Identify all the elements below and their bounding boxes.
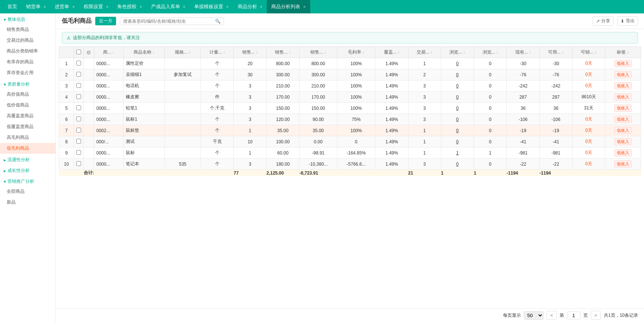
cell-name[interactable]: 电话机 [124, 80, 165, 92]
nav-sales-order[interactable]: 销货单 × [22, 0, 50, 13]
cell-check[interactable] [74, 136, 84, 147]
sidebar-item-stocked-products[interactable]: 有库存的商品 [0, 57, 55, 67]
sidebar-item-all-products[interactable]: 全部商品 [0, 186, 55, 197]
close-icon[interactable]: × [72, 0, 74, 13]
close-icon[interactable]: × [183, 0, 185, 13]
next-page-button[interactable]: ＞ [591, 311, 601, 320]
nav-product-analysis[interactable]: 商品分析 × [233, 0, 267, 13]
cell-name[interactable]: 鼠标 [124, 147, 165, 159]
col-sales-price[interactable]: 销售... ↕ [266, 47, 299, 58]
cell-name[interactable]: 铅笔1 [124, 103, 165, 114]
row-checkbox[interactable] [76, 139, 81, 144]
col-browse2[interactable]: 浏览... ↕ [474, 47, 507, 58]
cell-browse1[interactable]: 1 [441, 147, 474, 159]
col-transaction[interactable]: 交易... ↕ [408, 47, 441, 58]
cell-check[interactable] [74, 103, 84, 114]
col-saleable[interactable]: 可销... ↕ [572, 47, 605, 58]
sidebar-group-overall[interactable]: ▾ 整体信息 [0, 13, 55, 24]
cell-check[interactable] [74, 114, 84, 125]
nav-template-settings[interactable]: 单据模板设置 × [190, 0, 233, 13]
sidebar-group-circulation[interactable]: ▸ 流通性分析 [0, 154, 55, 165]
col-unit[interactable]: 计量... ↕ [201, 47, 234, 58]
row-checkbox[interactable] [76, 83, 81, 88]
sidebar-item-low-coverage[interactable]: 低覆盖度商品 [0, 121, 55, 132]
row-checkbox[interactable] [76, 128, 81, 133]
share-button[interactable]: ↗ 分享 [593, 16, 613, 26]
cell-browse1[interactable]: 0 [441, 125, 474, 136]
sidebar-item-category-rate[interactable]: 商品分类助销率 [0, 46, 55, 57]
page-number-input[interactable] [567, 312, 580, 319]
close-icon[interactable]: × [303, 0, 305, 13]
col-code[interactable]: 商... ↕ [94, 47, 124, 58]
cell-check[interactable] [74, 58, 84, 69]
cell-name[interactable]: 橡皮擦 [124, 92, 165, 103]
date-filter-button[interactable]: 近一月 [95, 17, 116, 25]
sidebar-item-high-margin[interactable]: 高毛利商品 [0, 132, 55, 143]
cell-name[interactable]: 鼠标1 [124, 114, 165, 125]
sidebar-item-traded-products[interactable]: 交易过的商品 [0, 35, 55, 46]
row-checkbox[interactable] [76, 150, 81, 155]
cell-browse1[interactable]: 0 [441, 69, 474, 80]
nav-product-warehousing[interactable]: 产成品入库单 × [147, 0, 190, 13]
col-coverage[interactable]: 覆盖... ↕ [375, 47, 408, 58]
cell-name[interactable]: 吴细细1 [124, 69, 165, 80]
sidebar-group-cluster[interactable]: ▾ 类群量分析 [0, 78, 55, 89]
row-checkbox[interactable] [76, 161, 81, 166]
cell-check[interactable] [74, 80, 84, 92]
col-sales-qty[interactable]: 销售... ↕ [234, 47, 266, 58]
sidebar-group-marketing[interactable]: ▾ 营销推广分析 [0, 175, 55, 186]
col-current-stock[interactable]: 现有... ↕ [507, 47, 539, 58]
sidebar-item-inventory-capital[interactable]: 库存资金占用 [0, 67, 55, 78]
cell-name[interactable]: 笔记本 [124, 159, 165, 170]
cell-browse1[interactable]: 0 [441, 80, 474, 92]
prev-page-button[interactable]: ＜ [547, 311, 557, 320]
col-available[interactable]: 可用... ↕ [539, 47, 572, 58]
nav-purchase-order[interactable]: 进货单 × [50, 0, 79, 13]
row-checkbox[interactable] [76, 72, 81, 77]
col-spec[interactable]: 规格... ↕ [164, 47, 201, 58]
page-size-select[interactable]: 50 20 100 [524, 311, 544, 320]
sidebar-item-new-products[interactable]: 新品 [0, 197, 55, 208]
col-settings[interactable]: ⚙ [84, 47, 94, 58]
cell-name[interactable]: 测试 [124, 136, 165, 147]
close-icon[interactable]: × [140, 0, 142, 13]
col-gross-margin[interactable]: 毛利率 ↕ [337, 47, 375, 58]
sidebar-group-growth[interactable]: ▸ 成长性分析 [0, 165, 55, 175]
close-icon[interactable]: × [106, 0, 108, 13]
cell-browse1[interactable]: 0 [441, 103, 474, 114]
col-sales-profit[interactable]: 销售... ↕ [299, 47, 337, 58]
cell-browse1[interactable]: 0 [441, 136, 474, 147]
sidebar-item-sales-products[interactable]: 销售类商品 [0, 24, 55, 35]
row-checkbox[interactable] [76, 105, 81, 110]
cell-check[interactable] [74, 147, 84, 159]
row-checkbox[interactable] [76, 117, 81, 121]
cell-check[interactable] [74, 159, 84, 170]
close-icon[interactable]: × [44, 0, 46, 13]
search-input[interactable] [123, 19, 215, 24]
cell-check[interactable] [74, 125, 84, 136]
row-checkbox[interactable] [76, 94, 81, 99]
nav-home[interactable]: 首页 [3, 0, 22, 13]
search-icon[interactable]: 🔍 [215, 19, 221, 24]
col-browse1[interactable]: 浏览... ↕ [441, 47, 474, 58]
cell-browse1[interactable]: 0 [441, 92, 474, 103]
settings-icon[interactable]: ⚙ [86, 50, 91, 55]
nav-role-auth[interactable]: 角色授权 × [113, 0, 146, 13]
cell-browse1[interactable]: 0 [441, 159, 474, 170]
sidebar-item-low-value[interactable]: 低价值商品 [0, 100, 55, 111]
row-checkbox[interactable] [76, 61, 81, 66]
col-name[interactable]: 商品名称 ↕ [124, 47, 165, 58]
cell-browse1[interactable]: 0 [441, 58, 474, 69]
sidebar-item-low-margin[interactable]: 低毛利商品 [0, 143, 55, 154]
nav-product-analysis-list[interactable]: 商品分析列表 × [267, 0, 310, 13]
cell-browse1[interactable]: 0 [441, 114, 474, 125]
export-button[interactable]: ⬇ 导出 [617, 16, 638, 26]
cell-name[interactable]: 属性定价 [124, 58, 165, 69]
cell-check[interactable] [74, 92, 84, 103]
select-all-checkbox[interactable] [76, 50, 81, 54]
nav-permission[interactable]: 权限设置 × [79, 0, 113, 13]
sidebar-item-high-coverage[interactable]: 高覆盖度商品 [0, 111, 55, 121]
col-tag[interactable]: 标签 ↕ [605, 47, 641, 58]
close-icon[interactable]: × [260, 0, 262, 13]
sidebar-item-high-value[interactable]: 高价值商品 [0, 89, 55, 100]
